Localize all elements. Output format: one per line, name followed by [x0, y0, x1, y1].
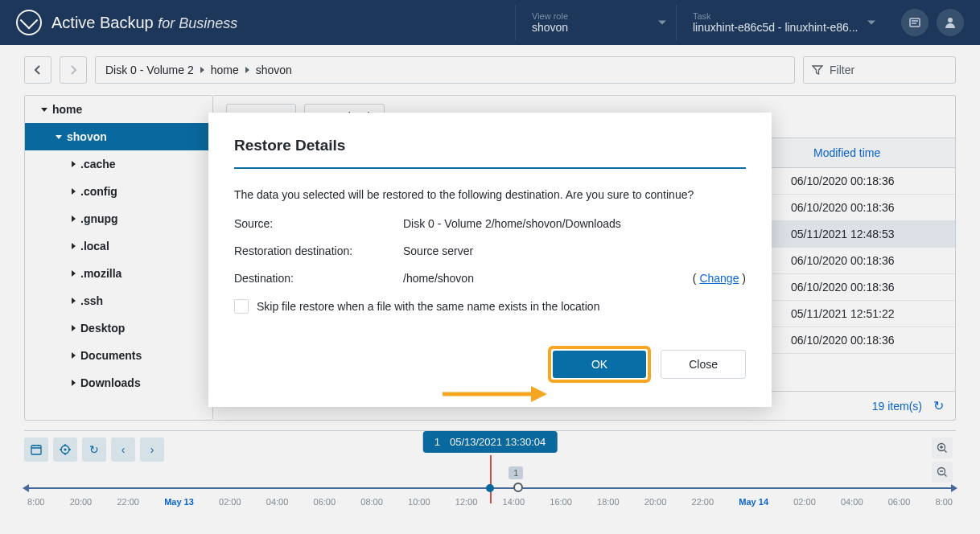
modal-overlay: Restore Details The data you selected wi… — [0, 0, 980, 534]
restoration-destination-label: Restoration destination: — [234, 244, 403, 257]
dialog-message: The data you selected will be restored t… — [234, 188, 746, 201]
source-label: Source: — [234, 217, 403, 230]
svg-marker-8 — [531, 386, 547, 402]
destination-value: /home/shovon ( Change ) — [403, 272, 746, 285]
skip-file-checkbox[interactable] — [234, 299, 249, 314]
ok-button-highlight: OK — [548, 346, 651, 383]
annotation-arrow — [443, 384, 547, 407]
restoration-destination-value: Source server — [403, 244, 746, 257]
restore-details-dialog: Restore Details The data you selected wi… — [208, 113, 772, 407]
ok-button[interactable]: OK — [553, 351, 646, 378]
destination-label: Destination: — [234, 272, 403, 285]
source-value: Disk 0 - Volume 2/home/shovon/Downloads — [403, 217, 746, 230]
close-button[interactable]: Close — [661, 350, 746, 379]
change-link[interactable]: Change — [699, 272, 739, 285]
skip-file-label: Skip file restore when a file with the s… — [257, 300, 599, 313]
dialog-title: Restore Details — [234, 137, 746, 167]
